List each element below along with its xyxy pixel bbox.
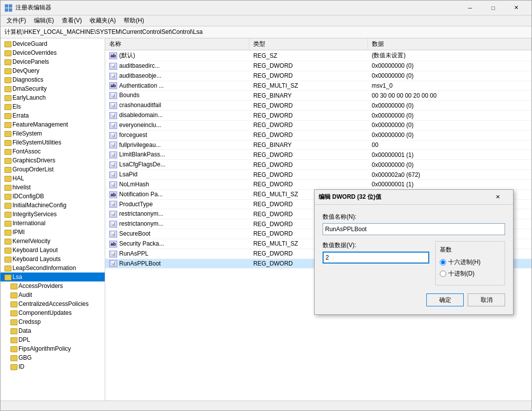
sidebar-item-ipmi[interactable]: IPMI [0,228,105,237]
cell-type: REG_SZ [249,50,368,61]
ok-button[interactable]: 确定 [426,293,464,306]
sidebar-item-els[interactable]: Els [0,102,105,111]
col-name[interactable]: 名称 [105,38,249,50]
sidebar-item-featuremanagement[interactable]: FeatureManagement [0,120,105,129]
cell-type: REG_DWORD [249,101,368,111]
menu-help[interactable]: 帮助(H) [120,15,148,26]
ab-icon: ab [109,52,117,59]
sidebar-item-lsa[interactable]: Lsa [0,273,105,281]
sidebar-item-accessproviders[interactable]: AccessProviders [0,281,105,290]
table-row[interactable]: 📊fullprivilegeau... REG_BINARY 00 [105,140,532,150]
ab-icon: ab [109,82,117,89]
cell-name: 📊SecureBoot [105,229,249,239]
table-row[interactable]: 📊auditbasedirc... REG_DWORD 0x00000000 (… [105,61,532,71]
col-data[interactable]: 数据 [367,38,531,50]
table-row[interactable]: 📊auditbaseobje... REG_DWORD 0x00000000 (… [105,71,532,81]
sidebar-item-hal[interactable]: HAL [0,174,105,183]
table-row[interactable]: 📊forceguest REG_DWORD 0x00000000 (0) [105,130,532,140]
table-row[interactable]: ab(默认) REG_SZ (数值未设置) [105,50,532,61]
table-row[interactable]: 📊disabledomain... REG_DWORD 0x00000000 (… [105,111,532,121]
sidebar-item-initialmachineconfig[interactable]: InitialMachineConfig [0,201,105,210]
sidebar-item-devquery[interactable]: DevQuery [0,66,105,75]
sidebar-item-graphicsdrivers[interactable]: GraphicsDrivers [0,156,105,165]
folder-icon [4,95,11,101]
sidebar-item-data[interactable]: Data [0,326,105,335]
data-label: 数值数据(V): [323,241,429,250]
table-row[interactable]: 📊LimitBlankPass... REG_DWORD 0x00000001 … [105,150,532,160]
sidebar-item-diagnostics[interactable]: Diagnostics [0,75,105,84]
menu-view[interactable]: 查看(V) [58,15,86,26]
folder-icon [4,167,11,173]
dialog-close-button[interactable]: ✕ [486,190,509,205]
dword-icon: 📊 [109,112,117,119]
table-row[interactable]: 📊crashonauditfail REG_DWORD 0x00000000 (… [105,101,532,111]
sidebar-item-dmasecurity[interactable]: DmaSecurity [0,84,105,93]
sidebar-tree: DeviceGuard DeviceOverrides DevicePanels… [0,38,105,401]
sidebar-item-deviceoverrides[interactable]: DeviceOverrides [0,48,105,57]
table-row[interactable]: 📊LsaPid REG_DWORD 0x000002a0 (672) [105,170,532,180]
sidebar-item-earlylaunch[interactable]: EarlyLaunch [0,93,105,102]
sidebar-item-gbg[interactable]: GBG [0,353,105,362]
sidebar-item-credssp[interactable]: Credssp [0,317,105,326]
sidebar-item-integrityservices[interactable]: IntegrityServices [0,210,105,219]
sidebar-item-centralizedaccesspolicies[interactable]: CentralizedAccessPolicies [0,299,105,308]
cell-data: 0x00000000 (0) [367,61,531,71]
folder-icon [10,301,17,307]
folder-icon [4,257,11,263]
dword-icon: 📊 [109,102,117,109]
table-row[interactable]: 📊LsaCfgFlagsDe... REG_DWORD 0x00000000 (… [105,160,532,170]
folder-icon [4,212,11,218]
name-input[interactable] [323,223,505,235]
menu-file[interactable]: 文件(F) [2,15,30,26]
sidebar-item-componentupdates[interactable]: ComponentUpdates [0,308,105,317]
sidebar-item-fipsalgorithmpolicy[interactable]: FipsAlgorithmPolicy [0,344,105,353]
dword-icon: 📊 [109,92,117,99]
cell-name: 📊NoLmHash [105,179,249,189]
sidebar-item-international[interactable]: International [0,219,105,228]
sidebar-item-id[interactable]: ID [0,362,105,371]
col-type[interactable]: 类型 [249,38,368,50]
cell-name: 📊LsaCfgFlagsDe... [105,160,249,170]
breadcrumb: 计算机\HKEY_LOCAL_MACHINE\SYSTEM\CurrentCon… [0,26,532,38]
table-row[interactable]: 📊NoLmHash REG_DWORD 0x00000001 (1) [105,179,532,189]
cell-type: REG_DWORD [249,170,368,180]
menu-edit[interactable]: 编辑(E) [30,15,58,26]
cell-type: REG_DWORD [249,71,368,81]
cell-type: REG_DWORD [249,179,368,189]
value-input[interactable] [323,252,429,264]
sidebar-item-fontassoc[interactable]: FontAssoc [0,147,105,156]
table-row[interactable]: abAuthentication ... REG_MULTI_SZ msv1_0 [105,81,532,91]
hex-radio-label[interactable]: 十六进制(H) [440,258,501,267]
sidebar-item-hivelist[interactable]: hivelist [0,183,105,192]
sidebar-item-errata[interactable]: Errata [0,111,105,120]
ab-icon: ab [109,241,117,248]
sidebar-item-leapsecondinformation[interactable]: LeapSecondInformation [0,264,105,273]
sidebar-item-keyboardlayouts[interactable]: Keyboard Layouts [0,255,105,264]
cancel-button[interactable]: 取消 [468,293,505,306]
dec-radio-label[interactable]: 十进制(D) [440,270,501,278]
table-row[interactable]: 📊Bounds REG_BINARY 00 30 00 00 00 20 00 … [105,91,532,101]
sidebar-item-dpl[interactable]: DPL [0,335,105,344]
sidebar-item-grouporderlist[interactable]: GroupOrderList [0,165,105,174]
cell-data: (数值未设置) [367,50,531,61]
cell-name: 📊Bounds [105,91,249,101]
dec-radio[interactable] [440,271,446,277]
maximize-button[interactable]: □ [482,0,505,15]
sidebar-item-audit[interactable]: Audit [0,290,105,299]
folder-icon [4,248,11,254]
folder-icon [10,292,17,298]
folder-icon [4,104,11,110]
sidebar-item-deviceguard[interactable]: DeviceGuard [0,39,105,48]
folder-icon [4,176,11,182]
menu-favorites[interactable]: 收藏夹(A) [86,15,120,26]
close-button[interactable]: ✕ [505,0,528,15]
sidebar-item-devicepanels[interactable]: DevicePanels [0,57,105,66]
hex-radio[interactable] [440,259,446,266]
sidebar-item-keyboardlayout[interactable]: Keyboard Layout [0,246,105,255]
table-row[interactable]: 📊everyoneinclu... REG_DWORD 0x00000000 (… [105,120,532,130]
sidebar-item-filesystem[interactable]: FileSystem [0,129,105,138]
sidebar-item-idconfigdb[interactable]: IDConfigDB [0,192,105,201]
sidebar-item-filesystemutilities[interactable]: FileSystemUtilities [0,138,105,147]
sidebar-item-kernelvelocity[interactable]: KernelVelocity [0,237,105,246]
minimize-button[interactable]: ─ [459,0,482,15]
